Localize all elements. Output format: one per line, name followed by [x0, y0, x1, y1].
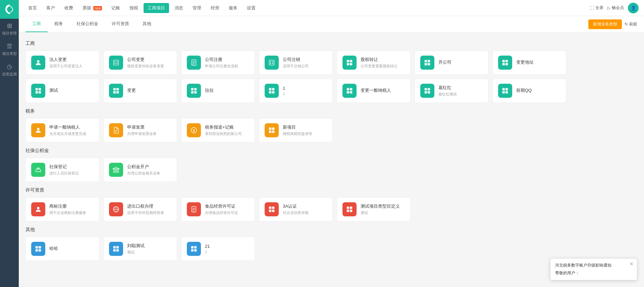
nav-operation[interactable]: 经营: [207, 3, 223, 13]
card-icon: [31, 84, 45, 98]
nav-bizproject[interactable]: 工商项目: [144, 3, 169, 13]
card-desc: 1: [205, 250, 249, 254]
svg-rect-39: [269, 88, 271, 90]
list-item[interactable]: 股权转让公司变更需要股权转让: [337, 51, 411, 75]
list-item[interactable]: 公司注册申请公司注册全流程: [181, 51, 255, 75]
tab-tax[interactable]: 税务: [48, 16, 70, 32]
list-item[interactable]: 开公司: [415, 51, 488, 75]
card-name: 开公司: [438, 59, 483, 65]
top-navigation: 首页 客户 收费 票据 new 记账 报税 工商项目 消息 管理 经营 服务 设…: [19, 0, 644, 16]
nav-home[interactable]: 首页: [24, 3, 41, 13]
list-item[interactable]: 商标注册用于企业商标注册服务: [25, 197, 99, 221]
list-item[interactable]: 法人变更适用于公司变更法人: [25, 51, 99, 75]
section-title: 其他: [25, 227, 637, 233]
svg-rect-24: [505, 60, 508, 62]
card-name: 哈哈: [49, 245, 94, 252]
topnav-right: ⛶ 全屏 ▷ 畅会员 👤: [590, 3, 639, 13]
card-desc: 葛红红测试: [438, 92, 483, 97]
svg-rect-35: [191, 88, 194, 90]
card-name: 社保登记: [49, 164, 94, 170]
list-item[interactable]: 变更: [103, 79, 177, 103]
list-item[interactable]: 拉拉: [181, 79, 255, 103]
list-item[interactable]: 变更一般纳税人: [337, 79, 411, 103]
card-name: 变更: [127, 87, 171, 93]
avatar[interactable]: 👤: [628, 3, 639, 13]
svg-rect-40: [272, 88, 274, 90]
list-item[interactable]: 社保登记进行人员社保登记: [25, 158, 99, 182]
svg-rect-79: [272, 207, 274, 209]
list-item[interactable]: 新项目报税加税控盘保管: [259, 118, 333, 142]
svg-rect-60: [269, 128, 271, 130]
card-name: 股权转让: [361, 57, 405, 63]
nav-message[interactable]: 消息: [170, 3, 187, 13]
list-item[interactable]: 测试项目类型目定义测试: [337, 197, 411, 221]
tab-social[interactable]: 社保公积金: [70, 16, 105, 32]
svg-rect-2: [114, 61, 115, 62]
card-name: 刘聪测试: [127, 243, 171, 249]
card-desc: 用于企业商标注册服务: [49, 210, 94, 215]
list-item[interactable]: ¥税务报道+记账拿到营业执照的新公司: [181, 118, 255, 142]
list-item[interactable]: 哈哈: [25, 237, 99, 261]
list-item[interactable]: 变更地址: [492, 51, 566, 75]
list-item[interactable]: 刘聪测试测试: [103, 237, 177, 261]
nav-billing[interactable]: 收费: [60, 3, 77, 13]
fullscreen-icon: ⛶: [590, 6, 594, 10]
sidebar-item-types[interactable]: ☰ 项目类型: [0, 39, 19, 60]
list-item[interactable]: 11: [259, 79, 333, 103]
card-icon: [498, 56, 512, 70]
card-icon: [265, 56, 279, 70]
nav-management[interactable]: 管理: [189, 3, 205, 13]
nav-bookkeeping[interactable]: 记账: [107, 3, 124, 13]
list-item[interactable]: 前期QQ: [492, 79, 566, 103]
card-desc: 对企业信誉评级: [283, 210, 327, 215]
list-item[interactable]: 211: [181, 237, 255, 261]
nav-invoice[interactable]: 票据 new: [78, 3, 106, 13]
list-item[interactable]: 进出口权办理适用于对外贸易经营者: [103, 197, 177, 221]
list-item[interactable]: 公司注销适用于注销公司: [259, 51, 333, 75]
svg-point-0: [37, 60, 39, 63]
list-item[interactable]: 公司变更股权变更外的业务变更: [103, 51, 177, 75]
nav-customer[interactable]: 客户: [42, 3, 59, 13]
svg-rect-32: [116, 88, 119, 90]
card-name: 税务报道+记账: [205, 124, 249, 130]
card-name: 公司注册: [205, 57, 249, 63]
list-item[interactable]: 食品经营许可证办理食品经营许可证: [181, 197, 255, 221]
nav-tax[interactable]: 报税: [125, 3, 142, 13]
svg-rect-92: [113, 249, 116, 252]
svg-rect-51: [502, 88, 505, 90]
sidebar-item-projects[interactable]: ⊞ 项目管理: [0, 19, 19, 39]
app-logo[interactable]: [0, 0, 19, 19]
refresh-button[interactable]: ↻ 刷新: [625, 21, 637, 27]
tab-bizreg[interactable]: 工商: [25, 16, 48, 32]
card-name: 1: [283, 86, 327, 91]
card-name: 公积金开户: [127, 164, 171, 170]
notification-popup: ✕ 河北税务数字账户升级影响通知 尊敬的用户：: [550, 258, 637, 272]
nav-settings[interactable]: 设置: [243, 3, 260, 13]
svg-rect-26: [505, 63, 508, 65]
card-icon: [342, 84, 357, 98]
nav-service[interactable]: 服务: [225, 3, 241, 13]
member-button[interactable]: ▷ 畅会员: [607, 5, 624, 11]
card-name: 葛红红: [438, 85, 483, 91]
svg-rect-91: [116, 246, 119, 248]
new-type-button[interactable]: 新增业务类型: [588, 19, 622, 29]
svg-rect-81: [272, 210, 274, 212]
card-name: 变更一般纳税人: [361, 87, 405, 93]
notification-close-button[interactable]: ✕: [630, 261, 634, 267]
tab-other[interactable]: 其他: [136, 16, 158, 32]
list-item[interactable]: 葛红红葛红红测试: [415, 79, 488, 103]
list-item[interactable]: 申请发票办理申请发票业务: [103, 118, 177, 142]
svg-rect-30: [39, 91, 41, 93]
svg-rect-53: [502, 91, 505, 93]
card-icon: [265, 202, 279, 216]
list-item[interactable]: 3A认证对企业信誉评级: [259, 197, 333, 221]
list-item[interactable]: 公积金开户办理公积金相关业务: [103, 158, 177, 182]
sidebar-item-progress[interactable]: ◷ 进度监测: [0, 60, 19, 80]
list-item[interactable]: 测试: [25, 79, 99, 103]
svg-rect-80: [269, 210, 271, 212]
list-item[interactable]: 申请一般纳税人当月或次月成变更完成: [25, 118, 99, 142]
fullscreen-button[interactable]: ⛶ 全屏: [590, 5, 603, 11]
svg-rect-93: [116, 249, 119, 252]
tab-permit[interactable]: 许可资质: [105, 16, 136, 32]
card-desc: 测试: [127, 250, 171, 255]
